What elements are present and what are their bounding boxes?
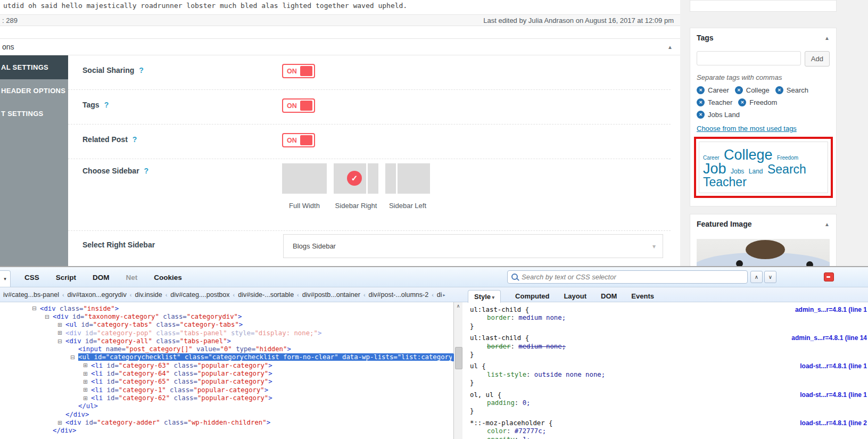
firebug-tab-script[interactable]: Script [56, 274, 76, 281]
expander-icon[interactable]: ⊞ [57, 420, 65, 426]
style-panel-tab-style[interactable]: Style ▾ [468, 290, 501, 303]
style-panel-tab-computed[interactable]: Computed [515, 290, 549, 302]
breadcrumb-item[interactable]: div#side-...sortable [238, 291, 294, 299]
dom-tree-node[interactable]: ⊞<li id="category-64" class="popular-cat… [0, 369, 453, 377]
expander-icon[interactable]: ⊟ [57, 338, 65, 344]
css-source-link[interactable]: load-st...r=4.8.1 (line 1 [800, 391, 867, 399]
collapse-icon[interactable]: ▲ [667, 44, 680, 50]
options-tab-al-settings[interactable]: AL SETTINGS [0, 55, 68, 79]
tags-metabox: Tags ▲ Add Separate tags with commas ✕Ca… [690, 28, 837, 206]
sidebar-option-sidebar-left[interactable]: Sidebar Left [385, 163, 430, 210]
remove-tag-icon[interactable]: ✕ [775, 86, 783, 94]
cloud-tag[interactable]: Freedom [777, 155, 798, 161]
dom-tree-node[interactable]: ⊟<ul id="categorychecklist" class="categ… [0, 353, 453, 361]
dom-tree-node[interactable]: ⊞<li id="category-62" class="popular-cat… [0, 394, 453, 402]
cloud-tag[interactable]: Teacher [703, 175, 747, 189]
breadcrumb-item[interactable]: di [437, 291, 442, 299]
search-previous-button[interactable]: ∧ [750, 271, 763, 283]
breadcrumb-item[interactable]: div.inside [135, 291, 162, 299]
css-source-link[interactable]: admin_s...r=4.8.1 (line 14 [791, 334, 867, 342]
cloud-tag[interactable]: Jobs [731, 168, 744, 175]
dom-tree-node[interactable]: ⊞<ul id="category-tabs" class="category-… [0, 321, 453, 329]
remove-tag-icon[interactable]: ✕ [697, 86, 705, 94]
expander-icon[interactable]: ⊟ [32, 305, 40, 311]
cloud-tag[interactable]: Job [703, 161, 726, 177]
choose-sidebar-label: Choose Sidebar? [82, 167, 148, 175]
collapse-icon[interactable]: ▲ [824, 221, 830, 227]
style-panel-tab-dom[interactable]: DOM [601, 290, 617, 302]
dom-tree-node[interactable]: <input name="post_category[]" value="0" … [0, 345, 453, 353]
collapse-icon[interactable]: ▲ [824, 35, 830, 41]
firebug-tab-css[interactable]: CSS [24, 274, 39, 281]
breadcrumb-item[interactable]: div#post-...olumns-2 [369, 291, 429, 299]
dom-node-markup: <div id="taxonomy-category" class="categ… [53, 313, 453, 320]
help-icon[interactable]: ? [139, 66, 144, 74]
add-tag-button[interactable]: Add [805, 51, 830, 67]
firebug-tab-dom[interactable]: DOM [93, 274, 110, 281]
tag-input[interactable] [697, 51, 801, 65]
css-source-link[interactable]: load-st...r=4.8.1 (line 2 [800, 419, 867, 427]
help-icon[interactable]: ? [133, 135, 137, 144]
search-input[interactable] [520, 272, 747, 281]
search-next-button[interactable]: ∨ [764, 271, 776, 283]
css-source-link[interactable]: admin_s...r=4.8.1 (line 1 [795, 306, 867, 314]
breadcrumb-item[interactable]: div#categ....postbox [170, 291, 229, 299]
sidebar-option-full-width[interactable]: Full Width [282, 163, 327, 210]
cloud-tag[interactable]: College [724, 147, 773, 163]
breadcrumb-item[interactable]: div#postb...ontainer [302, 291, 360, 299]
tag-chip: ✕Career [697, 86, 729, 94]
right-sidebar-select[interactable]: Blogs Sidebar ▾ [283, 234, 663, 258]
expander-icon[interactable]: ⊞ [57, 322, 65, 328]
remove-tag-icon[interactable]: ✕ [735, 86, 743, 94]
cloud-tag[interactable]: Land [749, 168, 763, 175]
dom-tree-node[interactable]: ⊟<div id="category-all" class="tabs-pane… [0, 337, 453, 345]
dom-tree-node[interactable]: </ul> [0, 402, 453, 410]
cloud-tag[interactable]: Career [703, 155, 720, 161]
expander-icon[interactable]: ⊞ [83, 379, 91, 385]
scroll-up-icon[interactable]: ∧ [454, 303, 462, 309]
dom-tree-node[interactable]: </div> [0, 410, 453, 418]
expander-icon[interactable]: ⊞ [83, 387, 91, 393]
breadcrumb-item[interactable]: div#taxon...egorydiv [68, 291, 127, 299]
remove-tag-icon[interactable]: ✕ [738, 98, 746, 106]
dom-tree-node[interactable]: ⊟<div class="inside"> [0, 304, 453, 312]
firebug-tab-net[interactable]: Net [126, 274, 138, 281]
expander-icon[interactable]: ⊞ [83, 395, 91, 401]
firebug-tab-cookies[interactable]: Cookies [154, 274, 182, 281]
tag-cloud: Career College Freedom Job Jobs Land Sea… [699, 142, 828, 193]
html-tab-partial[interactable]: ▾ [0, 270, 11, 287]
scrollbar-thumb[interactable] [455, 347, 462, 369]
expander-icon[interactable]: ⊟ [45, 314, 53, 320]
dom-tree-node[interactable]: ⊞<div id="category-adder" class="wp-hidd… [0, 418, 453, 426]
style-panel-tab-events[interactable]: Events [631, 290, 654, 302]
dom-tree-node[interactable]: ⊞<div id="category-pop" class="tabs-pane… [0, 329, 453, 337]
featured-image-header: Featured Image ▲ [690, 214, 836, 234]
expander-icon[interactable]: ⊟ [70, 354, 78, 360]
dom-tree-node[interactable]: ⊞<li id="category-63" class="popular-cat… [0, 361, 453, 369]
options-tab-t-settings[interactable]: T SETTINGS [0, 102, 68, 125]
toggle-tags[interactable]: ON [282, 98, 315, 113]
dom-tree-node[interactable]: ⊞<li id="category-65" class="popular-cat… [0, 378, 453, 386]
dom-tree-node[interactable]: ⊞<li id="category-1" class="popular-cate… [0, 386, 453, 394]
remove-tag-icon[interactable]: ✕ [697, 111, 705, 119]
toggle-social-sharing[interactable]: ON [282, 64, 315, 78]
dom-node-markup: <li id="category-64" class="popular-cate… [91, 370, 453, 377]
cloud-tag[interactable]: Search [767, 162, 806, 176]
help-icon[interactable]: ? [104, 101, 109, 109]
help-icon[interactable]: ? [144, 167, 149, 175]
firebug-deactivate-button[interactable] [824, 272, 834, 281]
css-source-link[interactable]: load-st...r=4.8.1 (line 1 [800, 362, 867, 370]
style-panel-tab-layout[interactable]: Layout [564, 290, 586, 302]
most-used-tags-link[interactable]: Choose from the most used tags [697, 125, 797, 132]
breadcrumb-item[interactable]: iv#categ...bs-panel [3, 291, 59, 299]
scrollbar[interactable]: ∧ [453, 302, 462, 439]
dom-tree-node[interactable]: ⊟<div id="taxonomy-category" class="cate… [0, 312, 453, 320]
expander-icon[interactable]: ⊞ [57, 330, 65, 336]
dom-tree-node[interactable]: </div> [0, 426, 453, 434]
expander-icon[interactable]: ⊞ [83, 371, 91, 377]
expander-icon[interactable]: ⊞ [83, 362, 91, 368]
toggle-related-post[interactable]: ON [282, 133, 315, 147]
remove-tag-icon[interactable]: ✕ [697, 98, 705, 106]
options-tab-header-options[interactable]: HEADER OPTIONS [0, 79, 68, 102]
sidebar-option-sidebar-right[interactable]: ✓Sidebar Right [334, 163, 378, 210]
